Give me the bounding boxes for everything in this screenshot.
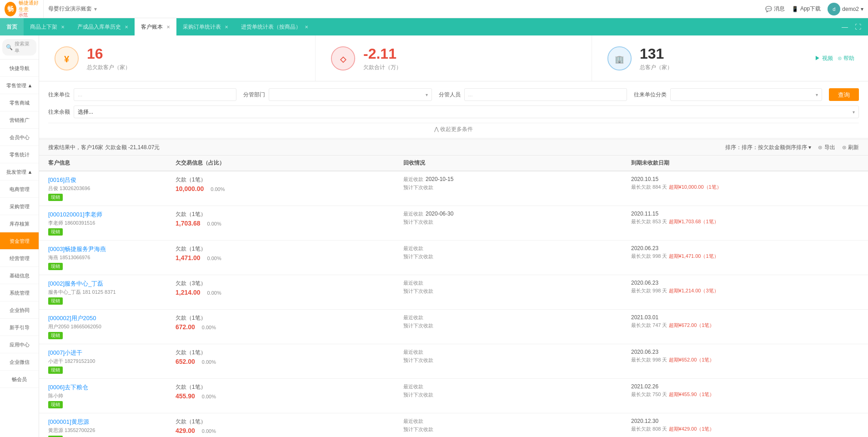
debt-ratio-6: 0.00% xyxy=(202,359,216,365)
sidebar-item-purchase[interactable]: 采购管理 xyxy=(0,198,39,215)
sidebar-item-enterprise-coop[interactable]: 企业协同 xyxy=(0,301,39,319)
debt-ratio-5: 0.00% xyxy=(202,325,216,330)
customer-name-6[interactable]: [0007]小进干 xyxy=(48,349,176,357)
tab-home[interactable]: 首页 xyxy=(0,18,24,35)
sidebar-item-retail-mall[interactable]: 零售商城 xyxy=(0,94,39,111)
nav-maximize-btn[interactable]: ⛶ xyxy=(853,23,863,30)
sidebar-item-inventory[interactable]: 库存核算 xyxy=(0,215,39,232)
tab-close-incoming-stat[interactable]: ✕ xyxy=(305,25,308,30)
cell-customer-8: [000001]黄思源 黄思源 13552700226 现销 xyxy=(48,418,176,437)
tab-customer-account[interactable]: 客户账本 ✕ xyxy=(135,18,176,35)
person-input[interactable]: ... xyxy=(464,88,627,101)
customer-name-4[interactable]: [0002]服务中心_丁磊 xyxy=(48,280,176,288)
help-btn[interactable]: ⊙ 帮助 xyxy=(838,55,854,62)
customer-name-7[interactable]: [0006]去下粮仓 xyxy=(48,383,176,392)
sidebar-item-retail-mgmt[interactable]: 零售管理 ▲ xyxy=(0,77,39,94)
search-button[interactable]: 查询 xyxy=(829,88,859,101)
cell-debt-8: 欠款（1笔） 429.00 0.00% xyxy=(176,418,403,437)
debt-amount-3: 1,471.00 xyxy=(176,254,201,261)
result-bar: 搜索结果中，客户16家 欠款金额 -21,148.07元 排序：排序：按欠款金额… xyxy=(39,140,868,156)
balance-select[interactable]: 选择... ▾ xyxy=(74,105,859,118)
message-btn[interactable]: 💬 消息 xyxy=(765,5,785,13)
nav-tabs: 首页 商品上下架 ✕ 产成品入库单历史 ✕ 客户账本 ✕ 采购订单统计表 ✕ 进… xyxy=(0,18,868,35)
overdue-link-2[interactable]: 超期¥1,703.68（1笔） xyxy=(669,219,719,224)
overdue-link-3[interactable]: 超期¥1,471.00（1笔） xyxy=(669,253,719,259)
video-btn[interactable]: ▶ 视频 xyxy=(815,55,833,62)
sidebar-item-sys-mgmt[interactable]: 系统管理 xyxy=(0,284,39,301)
filter-dept: 分管部门 ▾ xyxy=(243,88,431,101)
produce-history-label: 产成品入库单历史 xyxy=(77,23,121,31)
debt-count-4: 欠款（3笔） xyxy=(176,280,403,287)
customer-name-3[interactable]: [0003]畅捷服务尹海燕 xyxy=(48,245,176,253)
cell-debt-6: 欠款（1笔） 652.00 0.00% xyxy=(176,349,403,374)
sidebar-item-retail-stat[interactable]: 零售统计 xyxy=(0,146,39,163)
filter-row-1: 往来单位 ... 分管部门 ▾ 分管人员 ... xyxy=(48,88,859,101)
store-selector[interactable]: 母婴行业演示账套 ▾ xyxy=(43,0,101,18)
sidebar-item-ecommerce[interactable]: 电商管理 xyxy=(0,181,39,198)
nav-minimize-btn[interactable]: — xyxy=(839,23,850,30)
overdue-link-8[interactable]: 超期¥429.00（1笔） xyxy=(669,426,715,432)
sidebar-item-vip-member[interactable]: 畅会员 xyxy=(0,371,39,388)
overdue-link-1[interactable]: 超期¥10,000.00（1笔） xyxy=(669,184,722,190)
refresh-btn[interactable]: ⊙ 刷新 xyxy=(842,144,859,151)
incoming-stat-label: 进货单统计表（按商品） xyxy=(241,23,301,31)
dept-select[interactable]: ▾ xyxy=(269,88,431,101)
customer-name-5[interactable]: [000002]用户2050 xyxy=(48,314,176,322)
tab-close-product-off[interactable]: ✕ xyxy=(61,25,65,30)
sidebar-item-quick-nav[interactable]: 快捷导航 xyxy=(0,60,39,77)
tab-product-off[interactable]: 商品上下架 ✕ xyxy=(24,18,71,35)
cell-customer-1: [0016]吕俊 吕俊 13026203696 现销 xyxy=(48,176,176,201)
filter-label-from-unit: 往来单位 xyxy=(48,91,70,99)
sidebar-search[interactable]: 🔍 搜索菜单 xyxy=(0,35,39,60)
customer-name-8[interactable]: [000001]黄思源 xyxy=(48,418,176,426)
logo-text: 畅捷通好生意 示范 xyxy=(19,0,43,17)
customer-name-1[interactable]: [0016]吕俊 xyxy=(48,176,176,184)
customer-account-label: 客户账本 xyxy=(141,23,163,31)
stat-card-debt-total: ◇ -2.11 欠款合计（万） xyxy=(316,35,592,81)
stats-row: ¥ 16 总欠款客户（家） ◇ -2.11 欠款合计（万） xyxy=(39,35,868,81)
cell-return-4: 最近收款 预计下次收款 xyxy=(403,280,631,305)
overdue-link-7[interactable]: 超期¥455.90（1笔） xyxy=(669,392,715,397)
stat-info-debt-total: -2.11 欠款合计（万） xyxy=(363,45,401,71)
cell-return-7: 最近收款 预计下次收款 xyxy=(403,383,631,408)
overdue-link-4[interactable]: 超期¥1,214.00（3笔） xyxy=(669,288,719,293)
overdue-link-5[interactable]: 超期¥672.00（1笔） xyxy=(669,322,715,328)
result-summary: 搜索结果中，客户16家 欠款金额 -21,148.07元 xyxy=(48,144,160,151)
export-btn[interactable]: ⊙ 导出 xyxy=(818,144,835,151)
app-download-btn[interactable]: 📱 App下载 xyxy=(792,5,821,13)
from-unit-input[interactable]: ... xyxy=(74,88,236,101)
debt-count-3: 欠款（1笔） xyxy=(176,245,403,253)
debt-amount-1: 10,000.00 xyxy=(176,185,204,192)
filter-label-person: 分管人员 xyxy=(439,91,461,99)
sidebar-item-ops-mgmt[interactable]: 经营管理 xyxy=(0,250,39,267)
debt-amount-4: 1,214.00 xyxy=(176,289,201,296)
cell-debt-3: 欠款（1笔） 1,471.00 0.00% xyxy=(176,245,403,270)
user-menu[interactable]: d demo2 ▾ xyxy=(828,3,863,15)
unit-category-select[interactable]: ▾ xyxy=(670,88,822,101)
sidebar-item-marketing[interactable]: 营销推广 xyxy=(0,111,39,129)
sidebar: 🔍 搜索菜单 快捷导航 零售管理 ▲ 零售商城 营销推广 会员中心 零售统计 xyxy=(0,35,39,437)
overdue-link-6[interactable]: 超期¥652.00（1笔） xyxy=(669,357,715,362)
sidebar-item-basic-info[interactable]: 基础信息 xyxy=(0,267,39,284)
tab-close-customer-account[interactable]: ✕ xyxy=(166,25,170,30)
tab-incoming-stat[interactable]: 进货单统计表（按商品） ✕ xyxy=(235,18,315,35)
tab-close-produce-history[interactable]: ✕ xyxy=(125,25,128,30)
sidebar-item-batch-mgmt[interactable]: 批发管理 ▲ xyxy=(0,163,39,181)
tab-close-purchase-order[interactable]: ✕ xyxy=(225,25,228,30)
cell-expire-3: 2020.06.23 最长欠款 998 天 超期¥1,471.00（1笔） xyxy=(631,245,859,270)
search-box[interactable]: 🔍 搜索菜单 xyxy=(2,39,36,55)
customer-name-2[interactable]: [0001020001]李老师 xyxy=(48,211,176,219)
tab-produce-history[interactable]: 产成品入库单历史 ✕ xyxy=(71,18,135,35)
sidebar-item-enterprise-wechat[interactable]: 企业微信 xyxy=(0,353,39,371)
filter-area: 往来单位 ... 分管部门 ▾ 分管人员 ... xyxy=(39,81,868,138)
sidebar-item-finance[interactable]: 资金管理 xyxy=(0,232,39,250)
debt-count-2: 欠款（1笔） xyxy=(176,211,403,218)
sidebar-item-new-guide[interactable]: 新手引导 xyxy=(0,319,39,336)
search-icon: 🔍 xyxy=(6,44,13,50)
sort-selector[interactable]: 排序：排序：按欠款金额倒序排序 ▾ xyxy=(725,144,811,151)
sidebar-item-member-center[interactable]: 会员中心 xyxy=(0,129,39,146)
tab-purchase-order[interactable]: 采购订单统计表 ✕ xyxy=(176,18,235,35)
collapse-btn[interactable]: ⋀ 收起更多条件 xyxy=(434,126,473,132)
sidebar-item-app-center[interactable]: 应用中心 xyxy=(0,336,39,353)
table-row: [0003]畅捷服务尹海燕 海燕 18513066976 现销 欠款（1笔） 1… xyxy=(39,241,868,275)
